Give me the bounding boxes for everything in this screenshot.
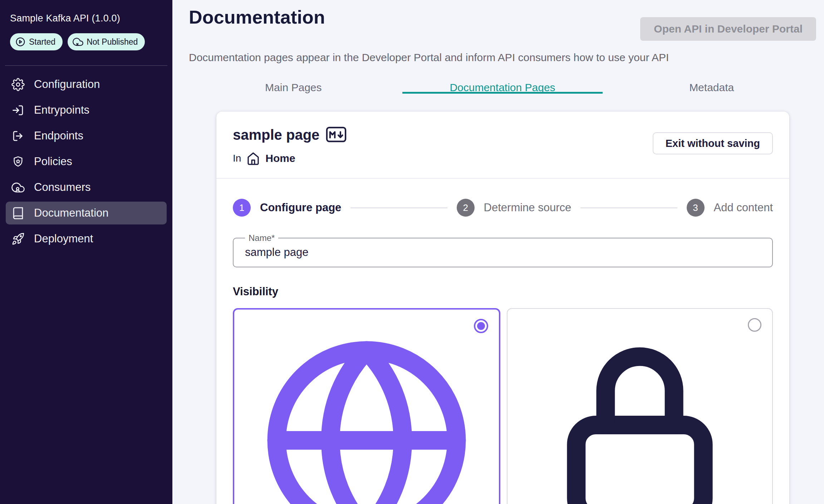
step-number-badge: 3 <box>687 199 705 217</box>
wizard-stepper: 1 Configure page 2 Determine source 3 Ad… <box>233 199 773 217</box>
name-field-label: Name* <box>245 233 278 243</box>
tab-metadata[interactable]: Metadata <box>607 81 816 94</box>
lock-icon <box>523 322 757 504</box>
book-icon <box>11 207 25 220</box>
sidebar-item-configuration[interactable]: Configuration <box>6 73 167 96</box>
visibility-option-private[interactable]: Private Users must be authenticated in t… <box>507 308 773 504</box>
endpoints-icon <box>11 129 25 143</box>
home-icon <box>246 151 261 166</box>
sidebar-item-label: Consumers <box>34 181 91 194</box>
doc-title-row: sample page <box>233 127 347 143</box>
sidebar-item-label: Entrypoints <box>34 104 89 117</box>
step-configure-page[interactable]: 1 Configure page <box>233 199 341 217</box>
step-label: Configure page <box>260 201 341 214</box>
breadcrumb-location: Home <box>265 152 295 164</box>
page-editor-card: sample page In Home Exit without saving <box>216 112 789 504</box>
main-content: Documentation Open API in Developer Port… <box>172 0 824 504</box>
markdown-icon <box>326 127 347 143</box>
open-api-in-developer-portal-button[interactable]: Open API in Developer Portal <box>640 17 816 41</box>
status-badge-not-published: Not Published <box>68 33 145 50</box>
page-title: Documentation <box>189 6 325 28</box>
documentation-tabs: Main Pages Documentation Pages Metadata <box>189 81 816 94</box>
stepper-connector <box>580 207 677 208</box>
api-status-badges: Started Not Published <box>10 33 167 50</box>
sidebar-divider <box>5 65 167 66</box>
cloud-unpublished-icon <box>73 36 83 47</box>
visibility-label: Visibility <box>233 285 773 298</box>
step-number-badge: 1 <box>233 199 251 217</box>
name-field[interactable]: Name* sample page <box>233 233 773 267</box>
editor-body: 1 Configure page 2 Determine source 3 Ad… <box>216 179 789 504</box>
sidebar-item-label: Configuration <box>34 78 100 91</box>
step-determine-source[interactable]: 2 Determine source <box>457 199 572 217</box>
visibility-options: Public All users browsing the API in the… <box>233 308 773 504</box>
sidebar-item-policies[interactable]: Policies <box>6 150 167 173</box>
status-badge-label: Started <box>29 37 55 47</box>
status-badge-label: Not Published <box>87 37 138 47</box>
status-badge-started: Started <box>10 33 63 50</box>
api-sidebar: Sample Kafka API (1.0.0) Started Not Pub… <box>0 0 172 504</box>
step-add-content[interactable]: 3 Add content <box>687 199 773 217</box>
name-field-value[interactable]: sample page <box>245 246 772 259</box>
exit-without-saving-button[interactable]: Exit without saving <box>653 132 773 154</box>
tab-main-pages[interactable]: Main Pages <box>189 81 398 94</box>
sidebar-item-entrypoints[interactable]: Entrypoints <box>6 99 167 122</box>
step-label: Determine source <box>484 201 572 214</box>
sidebar-item-label: Endpoints <box>34 129 83 142</box>
step-label: Add content <box>714 201 773 214</box>
sidebar-item-deployment[interactable]: Deployment <box>6 227 167 250</box>
sidebar-item-consumers[interactable]: Consumers <box>6 176 167 199</box>
visibility-option-public[interactable]: Public All users browsing the API in the… <box>233 308 500 504</box>
step-number-badge: 2 <box>457 199 475 217</box>
page-subtitle: Documentation pages appear in the Develo… <box>189 51 816 64</box>
tab-documentation-pages[interactable]: Documentation Pages <box>398 81 607 94</box>
editor-header-left: sample page In Home <box>233 127 347 166</box>
page-header: Documentation Open API in Developer Port… <box>189 6 816 41</box>
sidebar-item-label: Deployment <box>34 232 93 245</box>
api-title: Sample Kafka API (1.0.0) <box>10 13 167 24</box>
sidebar-item-endpoints[interactable]: Endpoints <box>6 124 167 147</box>
radio-selected-icon[interactable] <box>474 319 488 333</box>
doc-page-title: sample page <box>233 127 319 143</box>
play-circle-icon <box>15 36 26 47</box>
breadcrumb: In Home <box>233 151 347 166</box>
entrypoints-icon <box>11 104 25 117</box>
rocket-icon <box>11 232 25 246</box>
sidebar-item-label: Policies <box>34 155 72 168</box>
radio-unselected-icon[interactable] <box>748 318 761 332</box>
globe-icon <box>249 323 484 504</box>
stepper-connector <box>350 207 447 208</box>
breadcrumb-prefix: In <box>233 153 241 164</box>
editor-header: sample page In Home Exit without saving <box>216 112 789 178</box>
shield-star-icon <box>11 155 25 168</box>
sidebar-item-label: Documentation <box>34 207 109 219</box>
cloud-user-icon <box>11 181 25 194</box>
gear-icon <box>11 78 25 91</box>
api-menu: Configuration Entrypoints Endpoints Poli… <box>6 73 167 250</box>
sidebar-item-documentation[interactable]: Documentation <box>6 202 167 224</box>
